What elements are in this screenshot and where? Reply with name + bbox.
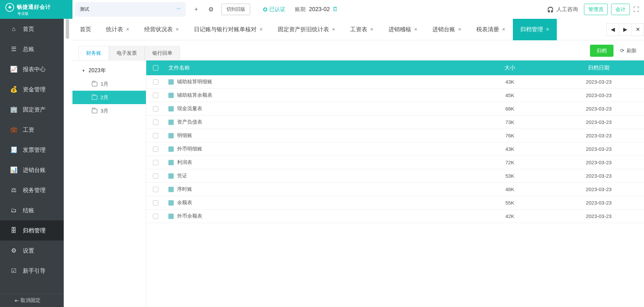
tab-5[interactable]: 工资表✕ <box>343 19 381 40</box>
nav-icon: 🧾 <box>10 146 17 154</box>
table-row[interactable]: 外币明细账43K2023-03-23 <box>146 142 644 156</box>
tab-8[interactable]: 税表清册✕ <box>469 19 513 40</box>
row-checkbox[interactable] <box>153 214 158 219</box>
tab-9[interactable]: 归档管理✕ <box>513 19 557 40</box>
tab-label: 进销台账 <box>432 26 455 33</box>
close-icon[interactable]: ✕ <box>175 27 179 32</box>
table-row[interactable]: 明细账76K2023-03-23 <box>146 129 644 142</box>
sidebar-item-6[interactable]: 🧾发票管理 <box>0 140 64 160</box>
subtab-0[interactable]: 财务账 <box>78 46 109 60</box>
nav-label: 工资 <box>23 126 34 134</box>
support-link[interactable]: 🎧 人工咨询 <box>547 6 578 13</box>
archive-button[interactable]: 归档 <box>590 45 613 57</box>
tree-year-node[interactable]: ▼ 2023年 <box>72 64 146 77</box>
sidebar-item-4[interactable]: 🏢固定资产 <box>0 99 64 120</box>
file-date: 2023-03-23 <box>553 186 644 192</box>
tree-month-2[interactable]: 3月 <box>72 104 146 118</box>
sidebar-item-10[interactable]: 🗄归档管理 <box>0 220 64 240</box>
fullscreen-icon[interactable]: ⛶ <box>633 6 639 13</box>
table-row[interactable]: 辅助核算明细账43K2023-03-23 <box>146 75 644 89</box>
row-checkbox[interactable] <box>153 106 158 112</box>
tab-4[interactable]: 固定资产折旧统计表✕ <box>270 19 343 40</box>
sidebar-item-7[interactable]: 📊进销台账 <box>0 160 64 180</box>
row-checkbox[interactable] <box>153 79 158 85</box>
row-checkbox[interactable] <box>153 187 158 192</box>
sidebar-item-1[interactable]: ☰总账 <box>0 39 64 59</box>
tab-6[interactable]: 进销稽核✕ <box>381 19 425 40</box>
table-row[interactable]: 外币余额表42K2023-03-23 <box>146 210 644 223</box>
table-row[interactable]: 凭证53K2023-03-23 <box>146 169 644 183</box>
file-date: 2023-03-23 <box>553 146 644 152</box>
tab-prev-button[interactable]: ◀ <box>606 23 619 36</box>
tab-next-button[interactable]: ▶ <box>619 23 632 36</box>
tree-month-1[interactable]: 2月 <box>72 91 146 104</box>
close-icon[interactable]: ✕ <box>370 27 374 32</box>
close-icon[interactable]: ✕ <box>259 27 263 32</box>
subtab-2[interactable]: 银行回单 <box>145 46 180 60</box>
select-all-checkbox[interactable] <box>153 65 158 71</box>
file-icon <box>168 106 174 112</box>
brand-logo-icon: ❖ <box>5 3 14 12</box>
tab-1[interactable]: 统计表✕ <box>99 19 137 40</box>
row-checkbox[interactable] <box>153 146 158 152</box>
table-row[interactable]: 利润表72K2023-03-23 <box>146 156 644 169</box>
tabstrip: 首页统计表✕经营状况表✕日记账与银行对账单核对✕固定资产折旧统计表✕工资表✕进销… <box>72 19 644 40</box>
file-icon <box>168 120 174 125</box>
tab-close-button[interactable]: ✕ <box>631 23 644 36</box>
tree-month-0[interactable]: 1月 <box>72 77 146 91</box>
close-icon[interactable]: ✕ <box>126 27 129 32</box>
sidebar-item-2[interactable]: 📈报表中心 <box>0 59 64 79</box>
file-icon <box>168 133 174 138</box>
sidebar-item-3[interactable]: 💰资金管理 <box>0 79 64 99</box>
close-icon[interactable]: ✕ <box>546 27 549 32</box>
file-icon <box>168 173 174 179</box>
add-button[interactable]: + <box>192 5 201 14</box>
header: 测试 ﹀ + ⚙ 切到旧版 ✪ 已认证 账期 2023-02 🗓 🎧 人工咨询 … <box>72 0 644 19</box>
tab-label: 税表清册 <box>476 26 499 33</box>
row-checkbox[interactable] <box>153 200 158 206</box>
table-row[interactable]: 余额表55K2023-03-23 <box>146 196 644 210</box>
sidebar-item-11[interactable]: ⚙设置 <box>0 240 64 261</box>
file-name: 明细账 <box>177 132 192 139</box>
sidebar-item-5[interactable]: 💼工资 <box>0 120 64 140</box>
sidebar-pin-toggle[interactable]: ⇤ 取消固定 <box>0 294 64 307</box>
refresh-button[interactable]: ⟳ 刷新 <box>620 48 637 54</box>
row-checkbox[interactable] <box>153 93 158 98</box>
sidebar-scrollbar[interactable] <box>64 19 72 39</box>
table-row[interactable]: 现金流量表68K2023-03-23 <box>146 102 644 116</box>
sidebar-item-12[interactable]: ☑新手引导 <box>0 261 64 281</box>
nav-icon: 🗄 <box>10 227 17 234</box>
row-checkbox[interactable] <box>153 173 158 179</box>
calendar-icon[interactable]: 🗓 <box>332 6 338 13</box>
row-checkbox[interactable] <box>153 160 158 165</box>
close-icon[interactable]: ✕ <box>414 27 418 32</box>
subtab-1[interactable]: 电子发票 <box>109 46 145 60</box>
period-label: 账期 <box>295 6 306 13</box>
pin-icon: ⇤ <box>15 298 19 304</box>
tab-7[interactable]: 进销台账✕ <box>425 19 469 40</box>
close-icon[interactable]: ✕ <box>332 27 335 32</box>
table-row[interactable]: 辅助核算余额表45K2023-03-23 <box>146 89 644 102</box>
tab-2[interactable]: 经营状况表✕ <box>137 19 186 40</box>
sidebar-item-9[interactable]: 🗂结账 <box>0 200 64 220</box>
row-checkbox[interactable] <box>153 120 158 125</box>
close-icon[interactable]: ✕ <box>502 27 505 32</box>
sidebar-item-8[interactable]: ⚖税务管理 <box>0 180 64 200</box>
pin-label: 取消固定 <box>20 297 41 304</box>
table-row[interactable]: 资产负债表73K2023-03-23 <box>146 116 644 129</box>
close-icon[interactable]: ✕ <box>458 27 462 32</box>
settings-icon[interactable]: ⚙ <box>207 5 215 14</box>
switch-old-version-button[interactable]: 切到旧版 <box>221 4 250 15</box>
role-accountant-badge[interactable]: 会计 <box>611 4 630 15</box>
file-name: 资产负债表 <box>177 119 202 125</box>
file-name: 辅助核算明细账 <box>177 79 212 85</box>
sidebar-item-0[interactable]: ⌂首页 <box>0 19 64 39</box>
company-selector[interactable]: 测试 ﹀ <box>75 2 186 17</box>
table-row[interactable]: 序时账48K2023-03-23 <box>146 183 644 196</box>
tab-0[interactable]: 首页 <box>72 19 99 40</box>
company-name: 测试 <box>80 6 89 12</box>
row-checkbox[interactable] <box>153 133 158 138</box>
col-date: 归档日期 <box>553 64 644 72</box>
tab-3[interactable]: 日记账与银行对账单核对✕ <box>186 19 270 40</box>
role-admin-badge[interactable]: 管理员 <box>584 4 608 15</box>
